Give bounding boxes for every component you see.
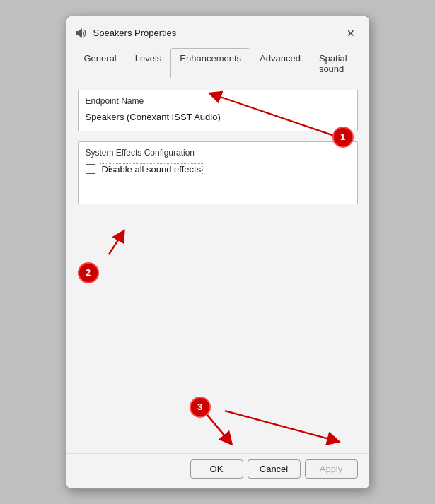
content-area: Endpoint Name Speakers (Conexant ISST Au…: [66, 78, 369, 453]
tab-levels[interactable]: Levels: [126, 48, 171, 78]
disable-effects-checkbox[interactable]: [86, 164, 95, 174]
speaker-icon: [75, 27, 88, 40]
tab-spatial-sound[interactable]: Spatial sound: [310, 48, 361, 78]
apply-button[interactable]: Apply: [305, 459, 358, 479]
ok-button[interactable]: OK: [190, 459, 243, 479]
dialog-inner: Speakers Properties ✕ General Levels Enh…: [66, 16, 369, 488]
dialog-window: Speakers Properties ✕ General Levels Enh…: [66, 16, 370, 489]
tab-advanced[interactable]: Advanced: [250, 48, 310, 78]
close-button[interactable]: ✕: [341, 23, 361, 43]
system-effects-group: System Effects Configuration Disable all…: [78, 141, 358, 204]
title-bar: Speakers Properties ✕: [66, 16, 369, 47]
tab-enhancements[interactable]: Enhancements: [170, 48, 250, 78]
annotation-marker-2: 2: [78, 262, 99, 283]
tab-general[interactable]: General: [75, 48, 126, 78]
svg-marker-1: [79, 28, 82, 38]
footer: OK Cancel Apply: [66, 453, 369, 488]
arrows-overlay: [66, 78, 369, 453]
title-bar-left: Speakers Properties: [75, 27, 177, 40]
checkbox-row: Disable all sound effects: [86, 163, 350, 175]
endpoint-name-value: Speakers (Conexant ISST Audio): [86, 110, 350, 124]
system-effects-label: System Effects Configuration: [86, 148, 350, 158]
endpoint-name-group: Endpoint Name Speakers (Conexant ISST Au…: [78, 90, 358, 131]
endpoint-name-label: Endpoint Name: [86, 96, 350, 106]
svg-line-4: [108, 235, 121, 254]
cancel-button[interactable]: Cancel: [248, 459, 301, 479]
svg-rect-0: [76, 31, 79, 35]
window-title: Speakers Properties: [93, 28, 177, 38]
tabs-bar: General Levels Enhancements Advanced Spa…: [66, 47, 369, 78]
disable-effects-label: Disable all sound effects: [100, 163, 204, 175]
